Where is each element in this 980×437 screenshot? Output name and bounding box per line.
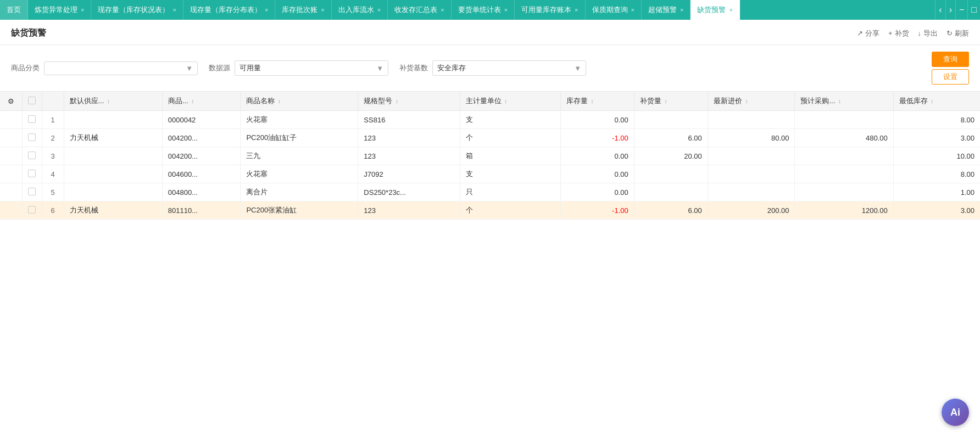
tab-close-collect-store[interactable]: × bbox=[441, 7, 444, 13]
col-header-product-name[interactable]: 商品名称 ↕ bbox=[241, 92, 358, 111]
tab-close-available-ledger[interactable]: × bbox=[575, 7, 578, 13]
sort-arrow-code: ↕ bbox=[191, 98, 194, 104]
row-index: 1 bbox=[42, 111, 64, 129]
col-header-unit[interactable]: 主计量单位 ↕ bbox=[460, 92, 560, 111]
row-settings[interactable] bbox=[0, 201, 22, 220]
row-checkbox[interactable] bbox=[22, 201, 42, 220]
sort-arrow-purchase: ↕ bbox=[838, 98, 841, 104]
replenish-base-select-value: 安全库存 bbox=[437, 63, 570, 73]
col-header-checkbox[interactable] bbox=[22, 92, 42, 111]
row-product-name: 离合片 bbox=[241, 183, 358, 201]
row-latest-price bbox=[708, 165, 795, 183]
row-spec: 123 bbox=[358, 201, 460, 220]
export-button[interactable]: ↓ 导出 bbox=[918, 29, 938, 38]
settings-button[interactable]: 设置 bbox=[932, 69, 969, 85]
tab-prev-btn[interactable]: ‹ bbox=[935, 0, 945, 20]
row-replenish-qty: 6.00 bbox=[634, 201, 708, 220]
tab-close-expiry[interactable]: × bbox=[631, 7, 634, 13]
row-product-code: 0000042 bbox=[162, 111, 241, 129]
row-checkbox[interactable] bbox=[22, 183, 42, 201]
data-table: ⚙ 默认供应... ↕ 商品... ↕ 商品名称 ↕ bbox=[0, 92, 980, 220]
share-button[interactable]: ↗ 分享 bbox=[857, 29, 879, 38]
col-header-stock[interactable]: 库存量 ↕ bbox=[560, 92, 634, 111]
tab-close-abnormal[interactable]: × bbox=[81, 7, 84, 13]
refresh-icon: ↻ bbox=[946, 29, 953, 37]
tab-maximize-btn[interactable]: □ bbox=[967, 0, 980, 20]
col-header-latest-price[interactable]: 最新进价 ↕ bbox=[708, 92, 795, 111]
tab-home[interactable]: 首页 bbox=[0, 0, 28, 20]
replenish-base-label: 补货基数 bbox=[399, 63, 428, 73]
tab-close-batch[interactable]: × bbox=[321, 7, 324, 13]
tab-close-overstock[interactable]: × bbox=[680, 7, 683, 13]
row-estimated-purchase: 1200.00 bbox=[795, 201, 893, 220]
header-checkbox[interactable] bbox=[28, 97, 36, 104]
table-row: 6 力天机械 801110... PC200张紧油缸 123 个 -1.00 6… bbox=[0, 201, 980, 220]
tab-expiry[interactable]: 保质期查询 × bbox=[586, 0, 642, 20]
tab-shortage[interactable]: 缺货预警 × bbox=[691, 0, 739, 20]
row-checkbox[interactable] bbox=[22, 165, 42, 183]
tab-collect-store[interactable]: 收发存汇总表 × bbox=[388, 0, 451, 20]
row-min-stock: 8.00 bbox=[893, 111, 980, 129]
tab-close-shortage[interactable]: × bbox=[729, 7, 732, 13]
row-stock: 0.00 bbox=[560, 111, 634, 129]
tab-navigation: ‹ › − □ bbox=[935, 0, 980, 20]
row-settings[interactable] bbox=[0, 147, 22, 165]
row-checkbox[interactable] bbox=[22, 129, 42, 147]
tab-minimize-btn[interactable]: − bbox=[955, 0, 967, 20]
tab-overstock[interactable]: 超储预警 × bbox=[642, 0, 691, 20]
tab-demand-stats[interactable]: 要货单统计表 × bbox=[452, 0, 515, 20]
row-estimated-purchase bbox=[795, 111, 893, 129]
tab-batch[interactable]: 库存批次账 × bbox=[275, 0, 331, 20]
table-row: 1 0000042 火花塞 SS816 支 0.00 8.00 bbox=[0, 111, 980, 129]
row-estimated-purchase bbox=[795, 147, 893, 165]
sort-arrow-min-stock: ↕ bbox=[931, 98, 933, 104]
tab-inventory-dist[interactable]: 现存量（库存分布表） × bbox=[183, 0, 275, 20]
col-header-product-code[interactable]: 商品... ↕ bbox=[162, 92, 241, 111]
tab-inventory-status[interactable]: 现存量（库存状况表） × bbox=[91, 0, 183, 20]
tab-close-inout-flow[interactable]: × bbox=[377, 7, 381, 13]
col-header-settings[interactable]: ⚙ bbox=[0, 92, 22, 111]
replenish-base-select[interactable]: 安全库存 ▼ bbox=[432, 60, 586, 76]
row-replenish-qty bbox=[634, 111, 708, 129]
row-supplier bbox=[64, 183, 162, 201]
ai-badge[interactable]: Ai bbox=[942, 399, 969, 426]
row-unit: 个 bbox=[460, 201, 560, 220]
row-product-code: 004800... bbox=[162, 183, 241, 201]
tab-available-ledger[interactable]: 可用量库存账本 × bbox=[515, 0, 585, 20]
col-header-min-stock[interactable]: 最低库存 ↕ bbox=[893, 92, 980, 111]
page-header: 缺货预警 ↗ 分享 + 补货 ↓ 导出 ↻ 刷新 bbox=[0, 20, 980, 45]
tab-close-demand-stats[interactable]: × bbox=[504, 7, 508, 13]
row-settings[interactable] bbox=[0, 165, 22, 183]
col-header-replenish-qty[interactable]: 补货量 ↕ bbox=[634, 92, 708, 111]
header-actions: ↗ 分享 + 补货 ↓ 导出 ↻ 刷新 bbox=[857, 29, 969, 38]
category-select[interactable]: ▼ bbox=[44, 61, 198, 75]
datasource-label: 数据源 bbox=[209, 63, 230, 73]
row-settings[interactable] bbox=[0, 129, 22, 147]
replenish-button[interactable]: + 补货 bbox=[888, 29, 909, 38]
row-unit: 只 bbox=[460, 183, 560, 201]
refresh-button[interactable]: ↻ 刷新 bbox=[946, 29, 969, 38]
tab-abnormal[interactable]: 炼货异常处理 × bbox=[28, 0, 91, 20]
query-button[interactable]: 查询 bbox=[932, 52, 969, 67]
tab-close-inventory-dist[interactable]: × bbox=[265, 7, 268, 13]
row-latest-price: 200.00 bbox=[708, 201, 795, 220]
row-product-name: 火花塞 bbox=[241, 111, 358, 129]
row-stock: -1.00 bbox=[560, 201, 634, 220]
row-checkbox[interactable] bbox=[22, 111, 42, 129]
datasource-select[interactable]: 可用量 ▼ bbox=[235, 60, 388, 76]
row-estimated-purchase bbox=[795, 165, 893, 183]
replenish-base-select-arrow: ▼ bbox=[574, 64, 581, 72]
col-header-default-supplier[interactable]: 默认供应... ↕ bbox=[64, 92, 162, 111]
row-product-name: PC200张紧油缸 bbox=[241, 201, 358, 220]
row-estimated-purchase bbox=[795, 183, 893, 201]
row-checkbox[interactable] bbox=[22, 147, 42, 165]
tab-next-btn[interactable]: › bbox=[945, 0, 955, 20]
tab-close-inventory-status[interactable]: × bbox=[172, 7, 176, 13]
row-settings[interactable] bbox=[0, 183, 22, 201]
col-header-spec[interactable]: 规格型号 ↕ bbox=[358, 92, 460, 111]
col-header-estimated-purchase[interactable]: 预计采购... ↕ bbox=[795, 92, 893, 111]
sort-arrow-stock: ↕ bbox=[591, 98, 593, 104]
row-settings[interactable] bbox=[0, 111, 22, 129]
table-row: 2 力天机械 004200... PC200油缸缸子 123 个 -1.00 6… bbox=[0, 129, 980, 147]
tab-inout-flow[interactable]: 出入库流水 × bbox=[332, 0, 388, 20]
